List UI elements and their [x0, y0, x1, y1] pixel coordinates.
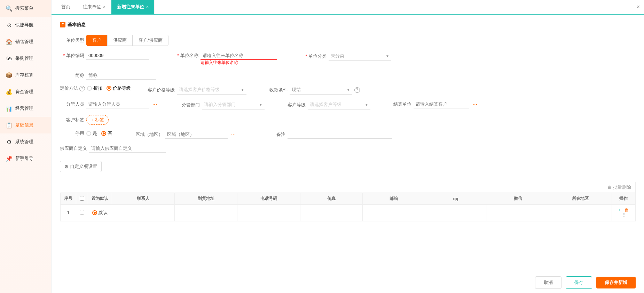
col-contact: 联系人: [112, 193, 175, 205]
row-wechat-input[interactable]: [490, 210, 545, 215]
row-contact-input[interactable]: [116, 210, 171, 215]
region-input[interactable]: [165, 130, 228, 139]
close-partner-list-tab[interactable]: ×: [103, 5, 105, 9]
sidebar-item-purchase[interactable]: 🛍 采购管理: [0, 50, 51, 67]
custom-settings-button[interactable]: ⚙ 自定义项设置: [60, 161, 102, 172]
settlement-unit-input[interactable]: [414, 100, 469, 108]
unit-category-select[interactable]: 未分类 ▼: [329, 51, 391, 61]
short-name-label: 简称: [60, 72, 84, 79]
table-row: 1 默认: [61, 205, 635, 221]
batch-delete-label[interactable]: 批量删除: [613, 184, 631, 190]
customer-price-level-select[interactable]: 请选择客户价格等级 ▼: [177, 85, 246, 95]
row-phone-input[interactable]: [241, 210, 297, 215]
row-qq-input[interactable]: [429, 210, 483, 215]
system-icon: ⚙: [6, 138, 13, 145]
region-field: 区域（地区） ···: [136, 130, 237, 139]
row-delete-btn[interactable]: 🗑: [624, 207, 629, 213]
type-btn-supplier[interactable]: 供应商: [107, 35, 133, 46]
unit-type-row: 单位类型 客户 供应商 客户/供应商: [60, 35, 636, 46]
radio-level-circle: [107, 86, 111, 91]
row-email-input[interactable]: [366, 210, 421, 215]
type-btn-customer[interactable]: 客户: [86, 35, 107, 46]
sidebar-item-system[interactable]: ⚙ 系统管理: [0, 133, 51, 150]
row-phone[interactable]: [237, 205, 300, 221]
payment-terms-info-icon[interactable]: ?: [354, 87, 360, 93]
settlement-unit-field: 结算单位 ···: [387, 100, 479, 108]
sidebar-item-guide[interactable]: 📌 新手引导: [0, 150, 51, 167]
unit-type-label: 单位类型: [60, 37, 84, 43]
disabled-radio-group: 是 否: [86, 130, 112, 137]
col-region: 所在地区: [549, 193, 612, 205]
row-fax[interactable]: [300, 205, 362, 221]
guide-icon: 📌: [6, 155, 13, 162]
payment-terms-select[interactable]: 现结 ▼: [290, 85, 352, 95]
save-and-new-button[interactable]: 保存并新增: [596, 277, 636, 288]
remark-label: 备注: [261, 131, 285, 138]
region-dots-btn[interactable]: ···: [230, 132, 237, 137]
col-email: 邮箱: [362, 193, 425, 205]
disabled-radio-yes[interactable]: 是: [86, 130, 97, 137]
row-region-input[interactable]: [553, 210, 608, 215]
row-checkbox-cell[interactable]: [76, 205, 88, 221]
tab-new-partner[interactable]: 新增往来单位 ×: [111, 0, 155, 14]
add-tag-button[interactable]: + 标签: [86, 115, 109, 125]
pricing-radio-level[interactable]: 价格等级: [107, 85, 131, 91]
row-checkbox[interactable]: [80, 210, 84, 214]
col-no: 序号: [61, 193, 76, 205]
unit-name-label: * 单位名称: [174, 52, 198, 59]
row-fax-input[interactable]: [304, 210, 359, 215]
row-contact[interactable]: [112, 205, 175, 221]
type-btn-both[interactable]: 客户/供应商: [133, 35, 168, 46]
settlement-unit-dots-btn[interactable]: ···: [471, 102, 479, 107]
unit-code-input[interactable]: [86, 51, 149, 60]
col-checkbox[interactable]: [76, 193, 88, 205]
sidebar-item-quick-nav[interactable]: ⊙ 快捷导航: [0, 17, 51, 33]
row-address[interactable]: [174, 205, 237, 221]
remark-input[interactable]: [288, 130, 392, 139]
unit-name-error: 请输入往来单位名称: [201, 60, 238, 65]
sidebar-item-sales[interactable]: 🏠 销售管理: [0, 33, 51, 50]
finance-icon: 💰: [6, 88, 13, 95]
sidebar-item-operations[interactable]: 📊 经营管理: [0, 100, 51, 117]
close-new-partner-tab[interactable]: ×: [146, 5, 149, 9]
pricing-info-icon[interactable]: ?: [79, 86, 85, 91]
short-name-input[interactable]: [86, 71, 156, 80]
unit-category-field: * 单位分类 未分类 ▼: [302, 51, 400, 61]
department-select[interactable]: 请输入分管部门 ▼: [202, 100, 265, 109]
disabled-radio-no[interactable]: 否: [101, 130, 112, 137]
close-all-tabs[interactable]: ×: [637, 4, 640, 10]
supervisor-label: 分管人员: [60, 101, 84, 107]
row-drag-handle[interactable]: ⠿: [622, 213, 626, 218]
unit-name-input[interactable]: [201, 51, 277, 60]
row-add-btn[interactable]: +: [618, 207, 621, 213]
sidebar-item-search[interactable]: 🔍 搜索菜单: [0, 0, 51, 17]
save-button[interactable]: 保存: [566, 276, 592, 289]
search-icon: 🔍: [6, 5, 13, 12]
select-all-checkbox[interactable]: [80, 196, 84, 201]
row-address-input[interactable]: [178, 210, 234, 215]
row-default: 默认: [88, 205, 112, 221]
tab-home[interactable]: 首页: [54, 0, 77, 14]
supervisor-dots-btn[interactable]: ···: [151, 102, 159, 107]
disabled-label: 停用: [60, 130, 84, 137]
short-name-row: 简称: [60, 71, 636, 80]
row-email[interactable]: [362, 205, 425, 221]
pricing-method-label: 定价方法 ?: [60, 85, 85, 91]
row-qq[interactable]: [425, 205, 487, 221]
cancel-button[interactable]: 取消: [535, 276, 561, 289]
customer-level-select[interactable]: 请选择客户等级 ▼: [308, 100, 370, 109]
supplier-custom-input[interactable]: [89, 144, 166, 153]
supervisor-input[interactable]: [86, 100, 149, 108]
row-wechat[interactable]: [487, 205, 549, 221]
sidebar-item-inventory[interactable]: 📦 库存核算: [0, 67, 51, 83]
payment-terms-field: 收款条件 现结 ▼ ?: [263, 85, 360, 95]
row-region[interactable]: [549, 205, 612, 221]
region-label: 区域（地区）: [136, 131, 163, 138]
tab-partner-list[interactable]: 往来单位 ×: [77, 0, 111, 14]
type-buttons: 客户 供应商 客户/供应商: [86, 35, 168, 46]
sidebar-item-basic-info[interactable]: 📋 基础信息: [0, 117, 51, 133]
supervisor-row: 分管人员 ··· 分管部门 请输入分管部门 ▼ 客户等级 请选择客户等级 ▼: [60, 100, 636, 109]
sidebar-item-finance[interactable]: 💰 资金管理: [0, 83, 51, 100]
unit-type-field: 单位类型 客户 供应商 客户/供应商: [60, 35, 168, 46]
pricing-radio-discount[interactable]: 折扣: [87, 85, 102, 91]
